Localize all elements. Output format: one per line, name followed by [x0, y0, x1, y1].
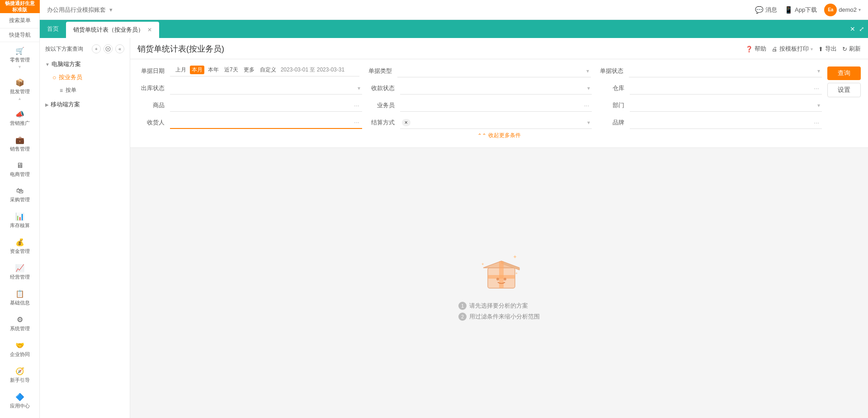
svg-text:✦: ✦	[513, 254, 517, 260]
out-status-dropdown-icon: ▾	[358, 85, 360, 91]
svg-point-8	[496, 278, 499, 280]
export-btn[interactable]: ⬆ 导出	[818, 45, 837, 53]
doc-status-field[interactable]: ▾	[629, 65, 822, 77]
shortcut-7days[interactable]: 近7天	[222, 66, 240, 74]
left-panel-sub-item-by-order[interactable]: ≡ 按单	[40, 84, 130, 96]
step-2-text: 用过滤条件来缩小分析范围	[469, 313, 540, 321]
add-scheme-btn[interactable]: +	[92, 44, 101, 53]
brand-dots: ···	[814, 119, 819, 126]
help-icon: ❓	[745, 46, 753, 52]
mobile-section: ▶ 移动端方案	[40, 97, 130, 112]
dept-dropdown-icon: ▾	[817, 102, 820, 109]
mobile-section-arrow: ▶	[45, 102, 49, 107]
sidebar-item-enterprise[interactable]: 🤝 企业协同	[0, 337, 39, 362]
tab-home[interactable]: 首页	[40, 20, 66, 38]
date-shortcuts: 上月 本月 本年 近7天 更多 自定义	[174, 66, 278, 74]
step-1-num: 1	[458, 302, 467, 310]
sidebar-item-retail[interactable]: 🛒 零售管理 ▼	[0, 42, 39, 74]
payment-tag-x[interactable]: ×	[405, 119, 408, 126]
collapse-filter-btn[interactable]: ⌃⌃ 收起更多条件	[137, 129, 861, 142]
user-menu[interactable]: Ea demo2 ▾	[824, 4, 861, 16]
consignee-field[interactable]: ···	[170, 116, 362, 129]
warehouse-label: 仓库	[597, 84, 624, 92]
doc-type-field[interactable]: ▾	[397, 65, 590, 77]
sidebar-search[interactable]: 搜索菜单	[0, 13, 39, 28]
warehouse-field[interactable]: ···	[630, 82, 822, 95]
shortcut-custom[interactable]: 自定义	[258, 66, 278, 74]
filter-row-1: 单据日期 上月 本月 本年 近7天 更多 自定义 20	[137, 65, 822, 77]
dept-field[interactable]: ▾	[630, 99, 822, 112]
sidebar-item-finance[interactable]: 💰 资金管理	[0, 233, 39, 259]
payment-field[interactable]: × ▾	[400, 116, 592, 129]
sidebar-item-inventory[interactable]: 📊 库存核算	[0, 208, 39, 233]
help-btn[interactable]: ❓ 帮助	[745, 45, 766, 53]
sidebar-quick-nav[interactable]: 快捷导航	[0, 28, 39, 42]
app-download-btn[interactable]: 📱 App下载	[784, 6, 817, 14]
staff-field[interactable]: ···	[400, 99, 592, 112]
sidebar-item-ecommerce[interactable]: 🖥 电商管理	[0, 157, 39, 182]
step-2-num: 2	[458, 313, 467, 321]
ecommerce-label: 电商管理	[10, 171, 30, 178]
topbar-left: 办公用品行业模拟账套 ▾	[47, 6, 113, 14]
print-btn[interactable]: 🖨 按模板打印 ▾	[772, 45, 813, 53]
page-actions: ❓ 帮助 🖨 按模板打印 ▾ ⬆ 导出 ↻ 刷新	[745, 45, 861, 53]
page-title: 销货单统计表(按业务员)	[137, 43, 224, 54]
pc-section-header[interactable]: ▼ 电脑端方案	[40, 58, 130, 71]
consignee-dots: ···	[354, 119, 359, 126]
pay-status-dropdown-icon: ▾	[587, 85, 590, 91]
left-panel-item-by-staff[interactable]: ○ 按业务员	[40, 71, 130, 84]
shortcut-this-year[interactable]: 本年	[206, 66, 221, 74]
payment-dropdown-icon: ▾	[587, 119, 590, 126]
refresh-btn[interactable]: ↻ 刷新	[842, 45, 861, 53]
sidebar-item-wholesale[interactable]: 📦 批发管理 ▲	[0, 74, 39, 105]
main-area: 办公用品行业模拟账套 ▾ 💬 消息 📱 App下载 Ea demo2 ▾ 首	[40, 0, 868, 418]
sidebar-item-system[interactable]: ⚙ 系统管理	[0, 311, 39, 337]
sidebar-item-newbie[interactable]: 🧭 新手引导	[0, 362, 39, 388]
action-buttons: 查询 设置	[827, 66, 861, 97]
tab-sales-stat[interactable]: 销货单统计表（按业务员） ✕	[66, 22, 159, 38]
doc-status-dropdown-icon: ▾	[817, 68, 820, 74]
pay-status-field[interactable]: ▾	[400, 82, 592, 95]
filter-row-4: 收货人 ··· 结算方式 × ▾	[137, 116, 822, 129]
sidebar-item-basic[interactable]: 📋 基础信息	[0, 285, 39, 311]
sidebar-item-appcenter[interactable]: 🔷 应用中心	[0, 388, 39, 414]
print-label: 按模板打印	[779, 45, 809, 53]
tab-maximize-icon[interactable]: ⤢	[859, 25, 864, 33]
out-status-field[interactable]: ▾	[170, 82, 362, 95]
right-content: 销货单统计表(按业务员) ❓ 帮助 🖨 按模板打印 ▾ ⬆ 导出	[130, 38, 868, 418]
sidebar-item-operations[interactable]: 📈 经营管理	[0, 259, 39, 285]
query-btn[interactable]: 查询	[827, 66, 861, 80]
goods-field[interactable]: ···	[170, 99, 362, 112]
user-label: demo2	[839, 6, 857, 13]
purchase-label: 采购管理	[10, 196, 30, 203]
svg-point-9	[504, 278, 506, 280]
wholesale-icon: 📦	[15, 78, 24, 87]
edit-scheme-btn[interactable]	[104, 44, 113, 53]
brand-field[interactable]: ···	[630, 116, 822, 129]
svg-rect-7	[488, 275, 515, 279]
settings-btn[interactable]: 设置	[827, 83, 861, 97]
logo-subtext: 标准版	[12, 6, 27, 13]
shortcut-more[interactable]: 更多	[242, 66, 256, 74]
consignee-label: 收货人	[137, 119, 165, 127]
empty-box-svg: ✦ ✦ ✦	[474, 245, 524, 295]
refresh-icon: ↻	[842, 46, 847, 52]
user-dropdown-icon: ▾	[859, 7, 861, 12]
mobile-section-header[interactable]: ▶ 移动端方案	[40, 98, 130, 111]
tab-close-window-icon[interactable]: ✕	[850, 25, 855, 33]
sidebar-item-wechat[interactable]: 💬 企业微信	[0, 414, 39, 418]
goods-dots: ···	[354, 102, 359, 109]
sidebar-item-purchase[interactable]: 🛍 采购管理	[0, 182, 39, 208]
export-label: 导出	[825, 45, 837, 53]
message-icon: 💬	[755, 6, 764, 14]
industry-label: 办公用品行业模拟账套	[47, 6, 106, 14]
print-dropdown-icon: ▾	[811, 47, 813, 52]
industry-dropdown-icon[interactable]: ▾	[109, 6, 113, 13]
shortcut-this-month[interactable]: 本月	[190, 66, 204, 74]
sidebar-item-sales[interactable]: 💼 销售管理	[0, 131, 39, 157]
message-btn[interactable]: 💬 消息	[755, 6, 777, 14]
shortcut-last-month[interactable]: 上月	[174, 66, 188, 74]
sidebar-item-marketing[interactable]: 📣 营销推广	[0, 105, 39, 131]
collapse-panel-btn[interactable]: «	[115, 44, 124, 53]
tab-close-btn[interactable]: ✕	[147, 27, 152, 33]
